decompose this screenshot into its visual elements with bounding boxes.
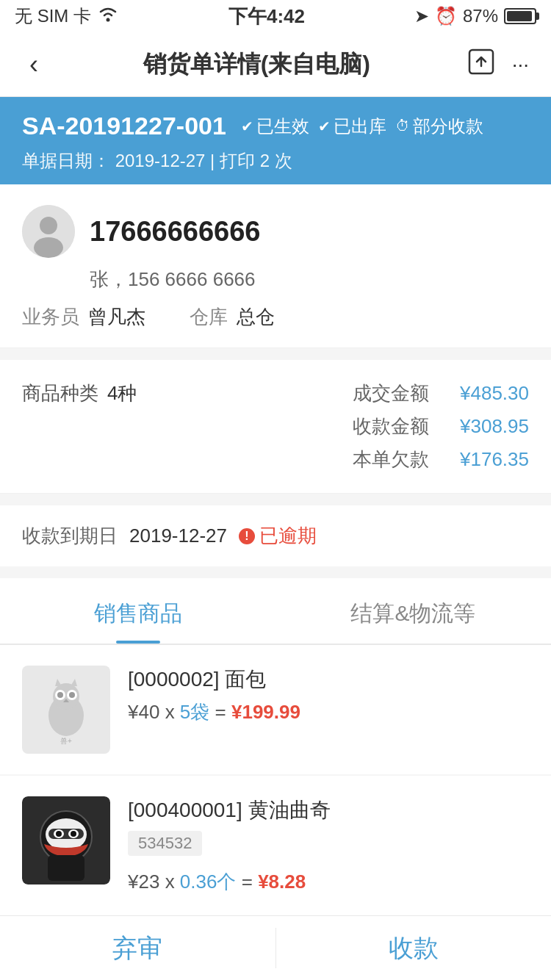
banner-meta: 单据日期： 2019-12-27 | 打印 2 次 xyxy=(22,149,529,173)
nav-actions: ··· xyxy=(468,48,529,80)
meta-label: 单据日期： xyxy=(22,151,110,170)
product-list: 兽+ [0000002] 面包 ¥40 x 5袋 = ¥199.99 xyxy=(0,645,551,915)
list-item: [000400001] 黄油曲奇 534532 ¥23 x 0.36个 = ¥8… xyxy=(0,776,551,915)
product-thumbnail-1: 兽+ xyxy=(22,666,110,754)
svg-point-23 xyxy=(71,831,76,837)
svg-point-11 xyxy=(69,692,75,698)
check-icon-2: ✔ xyxy=(318,118,331,135)
due-section: 收款到期日 2019-12-27 ! 已逾期 xyxy=(0,505,551,566)
badge-shipped-label: 已出库 xyxy=(334,115,386,138)
badge-activated-label: 已生效 xyxy=(256,115,309,138)
product-total-2: ¥8.28 xyxy=(258,871,306,893)
owed-amount-item: 本单欠款 ¥176.35 xyxy=(353,447,529,472)
svg-point-22 xyxy=(56,831,62,837)
badge-activated: ✔ 已生效 xyxy=(241,115,309,138)
more-button[interactable]: ··· xyxy=(512,53,529,76)
overdue-text: 已逾期 xyxy=(259,523,317,549)
types-label: 商品种类 xyxy=(22,381,98,406)
owed-value: ¥176.35 xyxy=(441,448,529,471)
stats-types: 商品种类 4种 xyxy=(22,381,137,406)
share-button[interactable] xyxy=(468,48,494,80)
svg-point-0 xyxy=(107,18,110,22)
wifi-icon xyxy=(97,6,119,26)
stats-right: 成交金额 ¥485.30 收款金额 ¥308.95 本单欠款 ¥176.35 xyxy=(353,381,529,472)
svg-rect-24 xyxy=(48,855,84,881)
warehouse-info: 仓库 总仓 xyxy=(190,304,275,330)
list-item: 兽+ [0000002] 面包 ¥40 x 5袋 = ¥199.99 xyxy=(0,645,551,774)
badge-partial: ⏱ 部分收款 xyxy=(395,115,483,138)
meta-date: 2019-12-27 xyxy=(115,151,206,170)
product-qty-2: 0.36个 xyxy=(180,871,237,893)
stats-section: 商品种类 4种 成交金额 ¥485.30 收款金额 ¥308.95 本单欠款 ¥… xyxy=(0,360,551,494)
header-banner: SA-20191227-001 ✔ 已生效 ✔ 已出库 ⏱ 部分收款 单据日期：… xyxy=(0,97,551,184)
clock-icon: ⏱ xyxy=(395,118,410,134)
product-info-2: [000400001] 黄油曲奇 534532 ¥23 x 0.36个 = ¥8… xyxy=(128,796,529,895)
collected-label: 收款金额 xyxy=(353,414,429,439)
product-name-1: [0000002] 面包 xyxy=(128,666,529,693)
banner-top: SA-20191227-001 ✔ 已生效 ✔ 已出库 ⏱ 部分收款 xyxy=(22,112,529,140)
tabs-section: 销售商品 结算&物流等 xyxy=(0,578,551,645)
svg-text:兽+: 兽+ xyxy=(60,737,72,745)
status-time: 下午4:42 xyxy=(228,4,305,29)
stats-left: 商品种类 4种 xyxy=(22,381,137,406)
product-info-1: [0000002] 面包 ¥40 x 5袋 = ¥199.99 xyxy=(128,666,529,725)
product-qty-1: 5袋 xyxy=(180,701,209,723)
badge-shipped: ✔ 已出库 xyxy=(318,115,386,138)
customer-section: 17666666666 张，156 6666 6666 业务员 曾凡杰 仓库 总… xyxy=(0,184,551,348)
product-title-2: 黄油曲奇 xyxy=(248,799,331,821)
order-id: SA-20191227-001 xyxy=(22,112,226,140)
nav-bar: ‹ 销货单详情(来自电脑) ··· xyxy=(0,32,551,97)
stats-row: 商品种类 4种 成交金额 ¥485.30 收款金额 ¥308.95 本单欠款 ¥… xyxy=(22,381,529,472)
status-left: 无 SIM 卡 xyxy=(15,4,119,28)
product-total-1: ¥199.99 xyxy=(231,701,300,723)
overdue-icon: ! xyxy=(239,528,255,544)
collected-amount-item: 收款金额 ¥308.95 xyxy=(353,414,529,439)
meta-print: | 打印 2 次 xyxy=(210,151,292,170)
battery-text: 87% xyxy=(463,6,498,26)
warehouse-label: 仓库 xyxy=(190,304,228,330)
tab-settlement[interactable]: 结算&物流等 xyxy=(276,578,551,644)
battery-icon xyxy=(504,8,536,24)
product-eq-2: = xyxy=(242,871,258,893)
product-thumbnail-2 xyxy=(22,796,110,884)
page-title: 销货单详情(来自电脑) xyxy=(143,48,370,81)
svg-point-10 xyxy=(57,692,63,698)
types-value: 4种 xyxy=(107,381,137,406)
back-button[interactable]: ‹ xyxy=(22,42,46,87)
product-sku-badge-2: 534532 xyxy=(128,831,202,856)
svg-point-3 xyxy=(40,217,57,234)
customer-info-row: 业务员 曾凡杰 仓库 总仓 xyxy=(22,304,529,330)
deal-amount-value: ¥485.30 xyxy=(441,382,529,405)
due-date-value: 2019-12-27 xyxy=(129,525,227,547)
svg-point-4 xyxy=(34,237,63,258)
sales-person-label: 业务员 xyxy=(22,304,79,330)
reject-button[interactable]: 弃审 xyxy=(0,916,276,980)
bottom-bar: 弃审 收款 xyxy=(0,915,551,980)
customer-phone: 17666666666 xyxy=(90,216,260,248)
check-icon-1: ✔ xyxy=(241,118,253,135)
location-icon: ➤ xyxy=(414,6,429,26)
customer-top: 17666666666 xyxy=(22,205,529,258)
alarm-icon: ⏰ xyxy=(435,6,457,26)
badge-partial-label: 部分收款 xyxy=(413,115,483,138)
product-sku-2: [000400001] xyxy=(128,799,242,821)
product-sku-1: [0000002] xyxy=(128,668,220,691)
product-unit-price-2: ¥23 xyxy=(128,871,159,893)
sales-person-value: 曾凡杰 xyxy=(88,304,145,330)
product-name-2: [000400001] 黄油曲奇 xyxy=(128,796,529,824)
product-price-row-2: ¥23 x 0.36个 = ¥8.28 xyxy=(128,869,529,895)
product-multiply-1: x xyxy=(165,701,180,723)
deal-amount-item: 成交金额 ¥485.30 xyxy=(353,381,529,406)
owed-label: 本单欠款 xyxy=(353,447,429,472)
tab-products[interactable]: 销售商品 xyxy=(0,578,276,644)
deal-amount-label: 成交金额 xyxy=(353,381,429,406)
product-price-row-1: ¥40 x 5袋 = ¥199.99 xyxy=(128,699,529,725)
product-eq-1: = xyxy=(215,701,231,723)
collected-value: ¥308.95 xyxy=(441,415,529,438)
product-unit-price-1: ¥40 xyxy=(128,701,159,723)
collect-button[interactable]: 收款 xyxy=(276,916,552,980)
tabs-row: 销售商品 结算&物流等 xyxy=(0,578,551,644)
avatar xyxy=(22,205,75,258)
status-bar: 无 SIM 卡 下午4:42 ➤ ⏰ 87% xyxy=(0,0,551,32)
overdue-badge: ! 已逾期 xyxy=(239,523,317,549)
